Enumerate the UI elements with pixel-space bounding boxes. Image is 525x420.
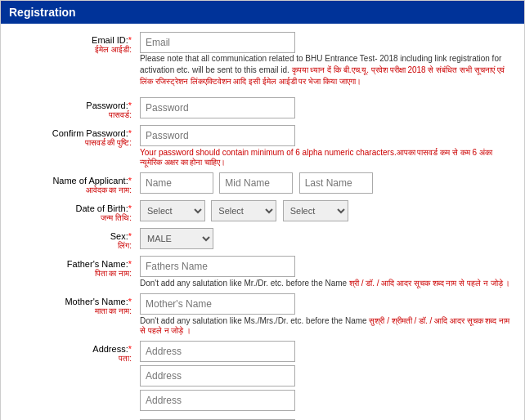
confirm-password-row: Confirm Password:* पासवर्ड की पुष्टि: Yo… bbox=[9, 125, 516, 168]
password-input-col bbox=[140, 97, 516, 118]
fathers-name-row: Father's Name:* पिता का नाम: Don't add a… bbox=[9, 256, 516, 288]
sex-select[interactable]: MALE FEMALE bbox=[140, 228, 213, 249]
mid-name-input[interactable] bbox=[219, 172, 293, 194]
address-row: Address:* पता: bbox=[9, 341, 516, 414]
email-notice: Please note that all communication relat… bbox=[140, 53, 516, 87]
form-body: Email ID:* ईमेल आईडी: Please note that a… bbox=[1, 24, 524, 420]
sex-row: Sex:* लिंग: MALE FEMALE bbox=[9, 228, 516, 251]
email-label: Email ID:* ईमेल आईडी: bbox=[9, 32, 140, 55]
dob-month-select[interactable]: Select bbox=[211, 200, 276, 221]
confirm-password-input-col: Your password should contain minimum of … bbox=[140, 125, 516, 168]
address-label: Address:* पता: bbox=[9, 341, 140, 364]
email-input[interactable] bbox=[140, 32, 295, 53]
password-input[interactable] bbox=[140, 97, 295, 118]
dob-input-col: Select Select Select bbox=[140, 200, 516, 221]
confirm-password-label: Confirm Password:* पासवर्ड की पुष्टि: bbox=[9, 125, 140, 148]
name-input-col bbox=[140, 172, 516, 194]
dob-row: Date of Birth:* जन्म तिथि: Select Select… bbox=[9, 200, 516, 223]
fathers-name-note: Don't add any salutation like Mr./Dr. et… bbox=[140, 279, 516, 288]
sex-input-col: MALE FEMALE bbox=[140, 228, 516, 249]
dob-label: Date of Birth:* जन्म तिथि: bbox=[9, 200, 140, 223]
fathers-name-label: Father's Name:* पिता का नाम: bbox=[9, 256, 140, 279]
fathers-name-input-col: Don't add any salutation like Mr./Dr. et… bbox=[140, 256, 516, 288]
address-input-1[interactable] bbox=[140, 341, 295, 362]
name-label: Name of Applicant:* आवेदक का नाम: bbox=[9, 172, 140, 195]
mothers-name-input[interactable] bbox=[140, 293, 295, 315]
dob-day-select[interactable]: Select bbox=[140, 200, 205, 221]
page-title: Registration bbox=[1, 1, 524, 24]
mothers-name-note: Don't add any salutation like Ms./Mrs./D… bbox=[140, 316, 516, 336]
first-name-input[interactable] bbox=[140, 172, 213, 194]
mothers-name-row: Mother's Name:* माता का नाम: Don't add a… bbox=[9, 293, 516, 336]
fathers-name-input[interactable] bbox=[140, 256, 295, 277]
email-input-col: Please note that all communication relat… bbox=[140, 32, 516, 92]
confirm-password-input[interactable] bbox=[140, 125, 295, 146]
password-row: Password:* पासवर्ड: bbox=[9, 97, 516, 120]
password-error: Your password should contain minimum of … bbox=[140, 148, 516, 168]
registration-container: Registration Email ID:* ईमेल आईडी: Pleas… bbox=[0, 0, 525, 420]
mothers-name-label: Mother's Name:* माता का नाम: bbox=[9, 293, 140, 316]
password-label: Password:* पासवर्ड: bbox=[9, 97, 140, 120]
sex-label: Sex:* लिंग: bbox=[9, 228, 140, 251]
last-name-input[interactable] bbox=[299, 172, 373, 194]
address-input-3[interactable] bbox=[140, 390, 295, 411]
dob-year-select[interactable]: Select bbox=[283, 200, 348, 221]
mothers-name-input-col: Don't add any salutation like Ms./Mrs./D… bbox=[140, 293, 516, 336]
email-row: Email ID:* ईमेल आईडी: Please note that a… bbox=[9, 32, 516, 92]
name-row: Name of Applicant:* आवेदक का नाम: bbox=[9, 172, 516, 195]
address-input-2[interactable] bbox=[140, 365, 295, 386]
address-input-col bbox=[140, 341, 516, 414]
